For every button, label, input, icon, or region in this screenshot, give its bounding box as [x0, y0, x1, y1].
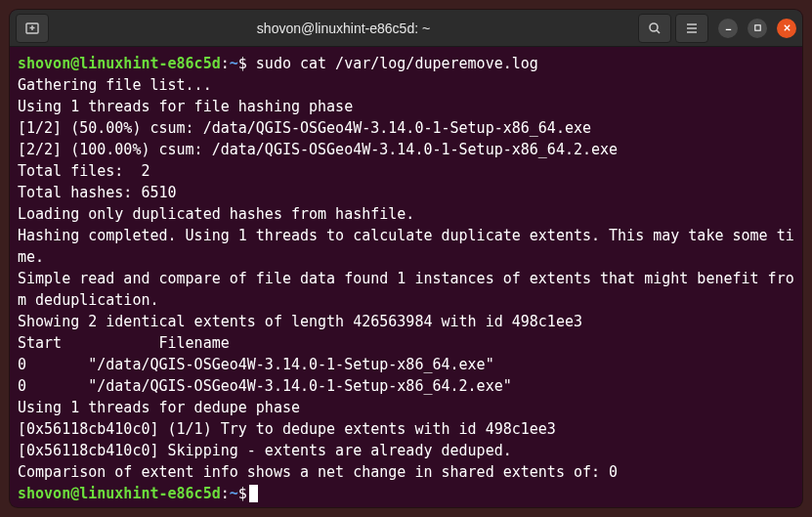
output-line: 0 "/data/QGIS-OSGeo4W-3.14.0-1-Setup-x86… — [18, 377, 512, 395]
prompt-dollar: $ — [238, 55, 247, 72]
window-title: shovon@linuxhint-e86c5d: ~ — [53, 21, 634, 36]
close-button[interactable] — [777, 19, 796, 38]
prompt-colon: : — [221, 485, 230, 502]
cursor — [249, 485, 258, 502]
output-line: Showing 2 identical extents of length 42… — [18, 313, 582, 330]
output-line: Using 1 threads for dedupe phase — [18, 399, 300, 416]
window-controls — [718, 19, 796, 38]
svg-line-2 — [657, 30, 660, 33]
terminal-window: shovon@linuxhint-e86c5d: ~ — [10, 10, 802, 507]
terminal-body[interactable]: shovon@linuxhint-e86c5d:~$ sudo cat /var… — [10, 47, 802, 507]
minimize-button[interactable] — [718, 19, 738, 38]
output-line: Using 1 threads for file hashing phase — [18, 98, 353, 115]
prompt-user-host: shovon@linuxhint-e86c5d — [18, 485, 221, 502]
new-tab-icon — [24, 21, 40, 36]
output-line: Gathering file list... — [18, 76, 212, 94]
output-line: [0x56118cb410c0] Skipping - extents are … — [18, 442, 512, 459]
maximize-icon — [753, 23, 762, 32]
minimize-icon — [724, 23, 733, 32]
output-line: Total hashes: 6510 — [18, 184, 177, 201]
output-line: Total files: 2 — [18, 162, 150, 180]
hamburger-icon — [684, 21, 700, 36]
close-icon — [783, 23, 791, 32]
prompt-path: ~ — [230, 55, 238, 72]
prompt-colon: : — [221, 55, 230, 72]
output-line: [1/2] (50.00%) csum: /data/QGIS-OSGeo4W-… — [18, 119, 591, 137]
output-line: [2/2] (100.00%) csum: /data/QGIS-OSGeo4W… — [18, 141, 618, 158]
svg-point-1 — [650, 23, 658, 31]
maximize-button[interactable] — [748, 19, 767, 38]
output-line: Loading only duplicated hashes from hash… — [18, 205, 414, 223]
output-line: Comparison of extent info shows a net ch… — [18, 463, 618, 481]
output-line: Start Filename — [18, 334, 230, 352]
titlebar: shovon@linuxhint-e86c5d: ~ — [10, 10, 802, 47]
search-button[interactable] — [638, 14, 671, 43]
menu-button[interactable] — [675, 14, 708, 43]
prompt-dollar: $ — [238, 485, 247, 502]
new-tab-button[interactable] — [16, 14, 49, 43]
output-line: [0x56118cb410c0] (1/1) Try to dedupe ext… — [18, 420, 556, 438]
output-line: Hashing completed. Using 1 threads to ca… — [18, 227, 794, 266]
svg-rect-7 — [754, 25, 759, 30]
search-icon — [647, 21, 662, 36]
output-line: 0 "/data/QGIS-OSGeo4W-3.14.0-1-Setup-x86… — [18, 356, 494, 373]
prompt-user-host: shovon@linuxhint-e86c5d — [18, 55, 221, 72]
command-text: sudo cat /var/log/duperemove.log — [247, 55, 538, 72]
output-line: Simple read and compare of file data fou… — [18, 270, 794, 309]
prompt-path: ~ — [230, 485, 238, 502]
